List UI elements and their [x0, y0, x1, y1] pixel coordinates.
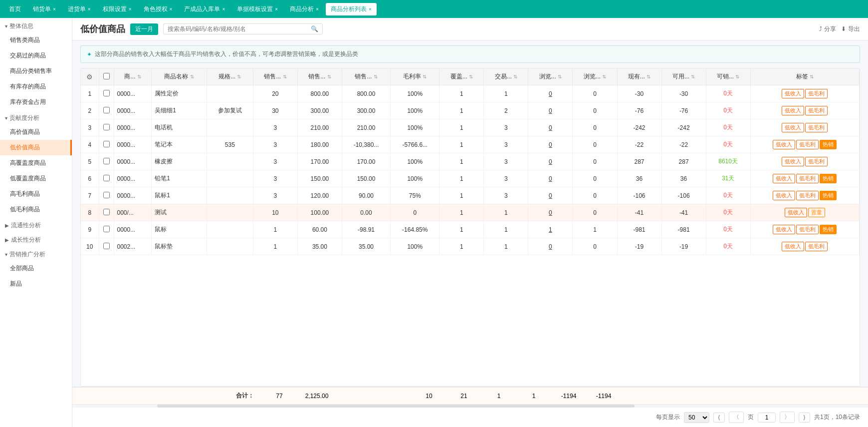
time-filter-button[interactable]: 近一月: [130, 23, 158, 35]
sidebar-group-contribution[interactable]: ▾ 贡献度分析: [0, 110, 72, 124]
nav-sales[interactable]: 销货单 ×: [28, 3, 61, 15]
col-checkbox[interactable]: [99, 68, 114, 85]
nav-analysis-list-close[interactable]: ×: [369, 6, 372, 12]
col-spec[interactable]: 规格... ⇅: [207, 68, 253, 85]
page-input[interactable]: [758, 413, 776, 423]
prev-page-button[interactable]: 〈: [729, 412, 744, 423]
views-link[interactable]: 0: [549, 158, 552, 165]
col-views2[interactable]: 浏览... ⇅: [573, 68, 617, 85]
nav-product-close[interactable]: ×: [222, 6, 225, 12]
nav-analysis[interactable]: 商品分析 ×: [285, 3, 324, 15]
nav-product[interactable]: 产成品入库单 ×: [179, 3, 230, 15]
cell-checkbox[interactable]: [99, 204, 114, 221]
views-link[interactable]: 0: [549, 243, 552, 250]
sidebar-item-high-value[interactable]: 高价值商品: [0, 124, 72, 140]
sidebar-item-stock-capital[interactable]: 库存资金占用: [0, 94, 72, 110]
sidebar-item-low-margin[interactable]: 低毛利商品: [0, 202, 72, 217]
row-checkbox[interactable]: [103, 209, 110, 215]
cell-days: 0天: [706, 136, 750, 153]
nav-permission[interactable]: 权限设置 ×: [98, 3, 137, 15]
cell-sales-qty: 3: [253, 136, 297, 153]
cell-checkbox[interactable]: [99, 136, 114, 153]
sidebar-item-high-margin[interactable]: 高毛利商品: [0, 186, 72, 202]
nav-permission-close[interactable]: ×: [129, 6, 132, 12]
sidebar-group-marketing[interactable]: ▾ 营销推广分析: [0, 246, 72, 261]
nav-role[interactable]: 角色授权 ×: [139, 3, 178, 15]
sidebar-group-general[interactable]: ▾ 整体信息: [0, 18, 72, 32]
views-link[interactable]: 0: [549, 90, 552, 97]
row-checkbox[interactable]: [103, 90, 110, 96]
export-button[interactable]: ⬇ 导出: [841, 25, 860, 33]
views-link[interactable]: 0: [549, 124, 552, 131]
nav-analysis-close[interactable]: ×: [316, 6, 319, 12]
col-current-stock[interactable]: 现有... ⇅: [617, 68, 661, 85]
sidebar-item-high-coverage[interactable]: 高覆盖度商品: [0, 155, 72, 171]
col-saleable[interactable]: 可销... ⇅: [706, 68, 750, 85]
cell-checkbox[interactable]: [99, 102, 114, 119]
nav-role-close[interactable]: ×: [170, 6, 173, 12]
last-page-button[interactable]: ⟩: [799, 413, 810, 423]
nav-home[interactable]: 首页: [4, 3, 26, 15]
views-link[interactable]: 0: [549, 175, 552, 182]
share-button[interactable]: ⤴ 分享: [819, 25, 836, 33]
sidebar-item-low-coverage[interactable]: 低覆盖度商品: [0, 171, 72, 186]
row-checkbox[interactable]: [103, 107, 110, 113]
col-code[interactable]: 商... ⇅: [114, 68, 152, 85]
nav-sales-close[interactable]: ×: [53, 6, 56, 12]
page-size-select[interactable]: 50 100: [684, 412, 709, 423]
cell-sales-qty: 3: [253, 187, 297, 204]
sidebar-group-growth[interactable]: ▶ 成长性分析: [0, 232, 72, 246]
select-all-checkbox[interactable]: [103, 73, 110, 79]
sidebar-item-sales-products[interactable]: 销售类商品: [0, 32, 72, 48]
row-checkbox[interactable]: [103, 124, 110, 130]
col-sales-price[interactable]: 销售... ⇅: [297, 68, 342, 85]
views-link[interactable]: 0: [549, 107, 552, 114]
nav-purchase-close[interactable]: ×: [88, 6, 91, 12]
views-link[interactable]: 1: [549, 226, 552, 233]
views-link[interactable]: 0: [549, 209, 552, 216]
cell-checkbox[interactable]: [99, 119, 114, 136]
nav-purchase[interactable]: 进货单 ×: [63, 3, 96, 15]
search-input[interactable]: [168, 25, 311, 32]
col-transactions[interactable]: 交易... ⇅: [484, 68, 528, 85]
sidebar-item-traded-products[interactable]: 交易过的商品: [0, 48, 72, 63]
row-checkbox[interactable]: [103, 226, 110, 232]
sidebar-item-category-rate[interactable]: 商品分类销售率: [0, 63, 72, 79]
sidebar-item-stocked-products[interactable]: 有库存的商品: [0, 79, 72, 94]
col-settings[interactable]: ⚙: [81, 68, 99, 85]
sidebar-item-new-products[interactable]: 新品: [0, 276, 72, 292]
search-icon[interactable]: 🔍: [311, 25, 318, 32]
col-sales-qty[interactable]: 销售... ⇅: [253, 68, 297, 85]
sidebar-group-flow[interactable]: ▶ 流通性分析: [0, 217, 72, 232]
cell-checkbox[interactable]: [99, 238, 114, 255]
col-gross-margin[interactable]: 毛利率 ⇅: [391, 68, 439, 85]
col-views1[interactable]: 浏览... ⇅: [528, 68, 573, 85]
col-sales-amount[interactable]: 销售... ⇅: [342, 68, 390, 85]
row-checkbox[interactable]: [103, 141, 110, 147]
nav-analysis-list[interactable]: 商品分析列表 ×: [326, 3, 377, 15]
cell-checkbox[interactable]: [99, 170, 114, 187]
cell-checkbox[interactable]: [99, 221, 114, 238]
cell-checkbox[interactable]: [99, 153, 114, 170]
settings-button[interactable]: ⚙: [86, 73, 93, 81]
views-link[interactable]: 0: [549, 192, 552, 199]
nav-template[interactable]: 单据模板设置 ×: [232, 3, 283, 15]
cell-num: 8: [81, 204, 99, 221]
col-tags[interactable]: 标签 ⇅: [750, 68, 859, 85]
cell-checkbox[interactable]: [99, 85, 114, 102]
col-available-stock[interactable]: 可用... ⇅: [661, 68, 706, 85]
views-link[interactable]: 0: [549, 141, 552, 148]
first-page-button[interactable]: ⟨: [713, 413, 725, 423]
col-coverage[interactable]: 覆盖... ⇅: [439, 68, 484, 85]
col-name[interactable]: 商品名称 ⇅: [152, 68, 207, 85]
info-text: 这部分商品的销售收入大幅低于商品平均销售收入，价值不高，可考虑调整营销策略，或是…: [95, 50, 358, 58]
sidebar-item-all-products[interactable]: 全部商品: [0, 261, 72, 276]
sidebar-item-low-value[interactable]: 低价值商品: [0, 140, 72, 155]
next-page-button[interactable]: 〉: [780, 412, 795, 423]
cell-checkbox[interactable]: [99, 187, 114, 204]
nav-template-close[interactable]: ×: [275, 6, 278, 12]
row-checkbox[interactable]: [103, 192, 110, 198]
row-checkbox[interactable]: [103, 243, 110, 249]
row-checkbox[interactable]: [103, 175, 110, 181]
row-checkbox[interactable]: [103, 158, 110, 164]
